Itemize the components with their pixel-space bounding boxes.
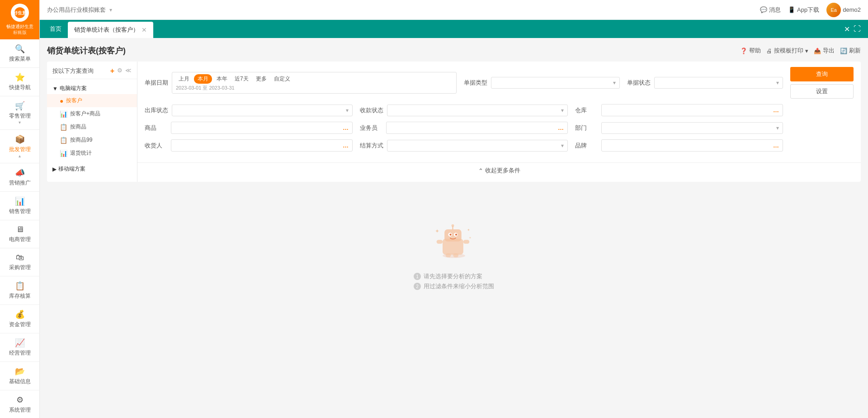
by-customer-product-label: 按客户+商品 [70, 110, 100, 118]
app-download-btn[interactable]: 📱 App下载 [788, 6, 819, 14]
mobile-group-title[interactable]: ▶ 移动端方案 [47, 163, 137, 175]
refresh-btn[interactable]: 🔄 刷新 [840, 47, 861, 55]
receiver-label: 收货人 [145, 142, 167, 150]
settlement-label: 结算方式 [360, 142, 383, 150]
doc-type-dropdown[interactable]: ▾ [491, 77, 620, 89]
mobile-group-label: 移动端方案 [58, 165, 85, 173]
scheme-by-product-99[interactable]: 📋 按商品99 [47, 133, 137, 147]
topbar-left: 办公用品行业模拟账套 ▾ [47, 6, 112, 14]
sidebar-item-purchase-label: 采购管理 [9, 264, 31, 271]
sidebar-item-retail[interactable]: 🛒 零售管理 ▾ [0, 96, 39, 130]
svg-text:好生意: 好生意 [14, 10, 26, 15]
sidebar-item-purchase[interactable]: 🛍 采购管理 [0, 248, 39, 276]
user-profile[interactable]: Ea demo2 [826, 3, 861, 17]
sidebar-item-system[interactable]: ⚙ 系统管理 [0, 390, 39, 418]
scheme-by-customer-product[interactable]: 📊 按客户+商品 [47, 107, 137, 120]
sidebar-item-inventory[interactable]: 📋 库存核算 [0, 276, 39, 305]
department-chevron-icon: ▾ [776, 125, 779, 131]
tab-home[interactable]: 首页 [43, 20, 68, 38]
sidebar-item-basic-label: 基础信息 [9, 378, 31, 385]
finance-icon: 💰 [15, 309, 25, 319]
salesperson-input[interactable]: … [386, 122, 568, 134]
filter-row-1: 单据日期 上月 本月 本年 近7天 更多 自定义 20 [145, 67, 854, 99]
export-btn[interactable]: 📤 导出 [814, 47, 835, 55]
sidebar-item-search[interactable]: 🔍 搜索菜单 [0, 39, 39, 68]
refresh-icon: 🔄 [840, 48, 847, 54]
scheme-return-stats[interactable]: 📊 退货统计 [47, 147, 137, 160]
tip-2-text: 用过滤条件来缩小分析范围 [424, 282, 494, 290]
product-input[interactable]: … [171, 122, 353, 134]
collapse-bar[interactable]: ⌃ 收起更多条件 [137, 162, 861, 178]
help-btn[interactable]: ❓ 帮助 [740, 47, 761, 55]
settlement-dropdown[interactable]: ▾ [387, 140, 568, 152]
desktop-scheme-group: ▼ 电脑端方案 ● 按客户 📊 按客户+商品 📋 按商品 [47, 81, 137, 162]
help-label: 帮助 [749, 47, 761, 55]
payment-status-dropdown[interactable]: ▾ [387, 104, 568, 116]
sales-icon: 📊 [15, 196, 25, 206]
salesperson-dots-icon[interactable]: … [558, 124, 564, 131]
empty-state-icon: ✦ ✦ ✦ [431, 218, 476, 263]
settings-scheme-icon[interactable]: ⚙ [117, 67, 123, 75]
receiver-input[interactable]: … [171, 139, 353, 152]
sidebar-item-marketing[interactable]: 📣 营销推广 [0, 163, 39, 192]
warehouse-input[interactable]: … [601, 104, 783, 116]
btn-last-7days[interactable]: 近7天 [232, 74, 251, 84]
doc-type-label: 单据类型 [464, 79, 487, 87]
tab-sales-stat[interactable]: 销货单统计表（按客户） ✕ [68, 22, 153, 38]
tab-close-icon[interactable]: ✕ [142, 26, 147, 33]
scheme-by-product[interactable]: 📋 按商品 [47, 120, 137, 133]
add-scheme-icon[interactable]: + [110, 67, 114, 75]
outbound-status-label: 出库状态 [145, 106, 168, 114]
sidebar-item-finance[interactable]: 💰 资金管理 [0, 305, 39, 333]
brand-input[interactable]: … [601, 139, 783, 152]
search-button[interactable]: 查询 [790, 67, 854, 81]
ecommerce-icon: 🖥 [16, 225, 24, 234]
sidebar-item-quick[interactable]: ⭐ 快捷导航 [0, 68, 39, 96]
sidebar-item-marketing-label: 营销推广 [9, 179, 31, 187]
btn-this-month[interactable]: 本月 [194, 74, 212, 84]
user-name: demo2 [843, 6, 861, 13]
message-label: 消息 [769, 6, 781, 14]
department-dropdown[interactable]: ▾ [601, 122, 783, 134]
page-title: 销货单统计表(按客户) [47, 45, 126, 56]
sidebar-item-basic[interactable]: 📂 基础信息 [0, 362, 39, 390]
btn-this-year[interactable]: 本年 [214, 74, 230, 84]
sidebar-item-wholesale[interactable]: 📦 批发管理 ▴ [0, 130, 39, 163]
brand-dots-icon[interactable]: … [773, 142, 779, 149]
btn-last-month[interactable]: 上月 [176, 74, 192, 84]
receiver-dots-icon[interactable]: … [343, 142, 349, 149]
sidebar-item-sales[interactable]: 📊 销售管理 [0, 192, 39, 220]
avatar: Ea [826, 3, 841, 17]
field-brand: 品牌 … [575, 139, 783, 152]
btn-custom[interactable]: 自定义 [271, 74, 293, 84]
outbound-status-dropdown[interactable]: ▾ [172, 104, 353, 116]
tab-maximize-icon[interactable]: ⛶ [854, 25, 861, 33]
outbound-chevron-icon: ▾ [346, 107, 349, 114]
product-dots-icon[interactable]: … [343, 124, 349, 131]
scheme-by-customer[interactable]: ● 按客户 [47, 94, 137, 107]
doc-status-dropdown[interactable]: ▾ [654, 77, 783, 89]
app-download-icon: 📱 [788, 6, 795, 13]
message-btn[interactable]: 💬 消息 [760, 6, 781, 14]
collapse-sidebar-icon[interactable]: ≪ [125, 67, 132, 75]
template-print-btn[interactable]: 🖨 按模板打印 ▾ [766, 47, 808, 55]
system-icon: ⚙ [16, 395, 24, 405]
filter-row-3: 商品 … 业务员 … [145, 122, 854, 134]
topbar-dropdown-icon[interactable]: ▾ [109, 7, 112, 13]
doc-type-chevron-icon: ▾ [613, 80, 616, 86]
settings-button[interactable]: 设置 [790, 84, 854, 99]
field-receiver: 收货人 … [145, 139, 353, 152]
svg-point-7 [449, 234, 451, 236]
field-doc-type: 单据类型 ▾ [464, 77, 620, 89]
by-product-99-label: 按商品99 [70, 136, 92, 144]
sidebar-item-operations[interactable]: 📈 经营管理 [0, 333, 39, 362]
warehouse-dots-icon[interactable]: … [773, 107, 779, 114]
desktop-group-title[interactable]: ▼ 电脑端方案 [47, 83, 137, 94]
search-nav-icon: 🔍 [15, 44, 25, 54]
btn-more[interactable]: 更多 [253, 74, 269, 84]
salesperson-label: 业务员 [360, 124, 382, 132]
quick-nav-icon: ⭐ [15, 72, 25, 82]
sidebar-item-ecommerce[interactable]: 🖥 电商管理 [0, 220, 39, 248]
tab-close-window-icon[interactable]: ✕ [844, 25, 850, 33]
by-product-label: 按商品 [70, 123, 86, 131]
